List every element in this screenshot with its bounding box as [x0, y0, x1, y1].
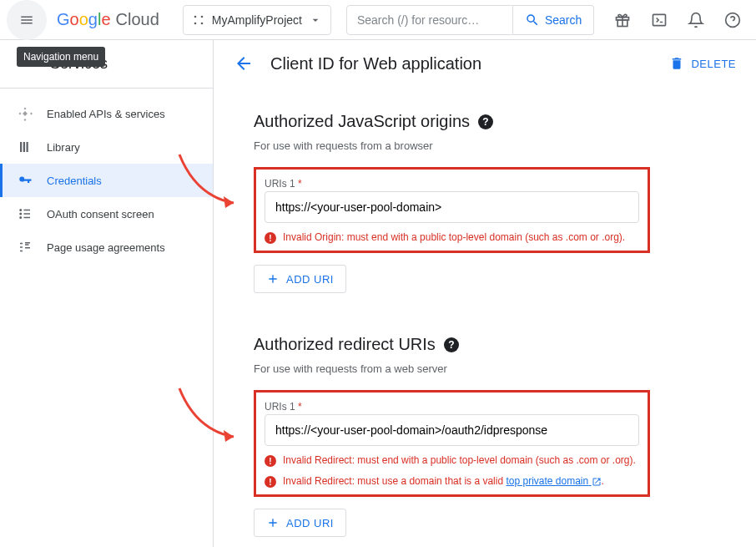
agreements-icon — [17, 239, 33, 256]
section-js-origins: Authorized JavaScript origins ? For use … — [214, 112, 756, 293]
sidebar-item-credentials[interactable]: Credentials — [0, 164, 213, 197]
svg-point-0 — [194, 15, 196, 18]
search-button-label: Search — [545, 13, 582, 27]
sidebar-item-page-usage[interactable]: Page usage agreements — [0, 230, 213, 264]
section-subtitle: For use with requests from a web server — [254, 362, 736, 375]
sidebar-item-library[interactable]: Library — [0, 130, 213, 164]
search-input[interactable] — [346, 5, 513, 35]
project-name: MyAmplifyProject — [212, 13, 302, 27]
svg-point-2 — [194, 22, 196, 24]
external-link-icon — [592, 477, 602, 487]
redirect-callout: URIs 1 * ! Invalid Redirect: must end wi… — [254, 390, 650, 497]
error-row: ! Invalid Origin: must end with a public… — [265, 231, 639, 244]
project-icon — [192, 13, 205, 27]
add-uri-label: ADD URI — [286, 517, 334, 529]
search-icon — [525, 13, 540, 28]
key-icon — [17, 172, 33, 189]
delete-label: DELETE — [691, 58, 736, 70]
sidebar: Services Enabled APIs & services Library… — [0, 40, 214, 547]
tooltip: Navigation menu — [17, 47, 105, 67]
header: Google Cloud MyAmplifyProject Search — [0, 0, 756, 40]
top-private-domain-link[interactable]: top private domain — [506, 475, 601, 487]
page-title: Client ID for Web application — [270, 54, 653, 73]
gift-icon[interactable] — [606, 3, 639, 37]
search-wrap: Search — [346, 5, 594, 35]
back-button[interactable] — [234, 53, 254, 73]
error-icon: ! — [265, 476, 276, 488]
svg-point-1 — [200, 15, 203, 18]
svg-point-13 — [20, 213, 22, 215]
field-label: URIs 1 * — [265, 178, 639, 190]
sidebar-item-label: Enabled APIs & services — [47, 108, 165, 120]
chevron-down-icon — [309, 13, 322, 27]
error-row: ! Invalid Redirect: must end with a publ… — [265, 454, 639, 467]
error-icon: ! — [265, 232, 276, 244]
sidebar-item-oauth-consent[interactable]: OAuth consent screen — [0, 197, 213, 230]
sidebar-item-label: Credentials — [47, 175, 102, 187]
js-origins-callout: URIs 1 * ! Invalid Origin: must end with… — [254, 167, 650, 253]
svg-rect-10 — [23, 142, 25, 152]
section-title-text: Authorized redirect URIs — [254, 335, 436, 354]
field-label: URIs 1 * — [265, 401, 639, 413]
error-icon: ! — [265, 455, 276, 467]
error-text: Invalid Origin: must end with a public t… — [283, 231, 625, 243]
cloud-shell-icon[interactable] — [643, 3, 676, 37]
sidebar-item-label: Page usage agreements — [47, 241, 165, 254]
sidebar-item-label: OAuth consent screen — [47, 208, 154, 220]
help-icon[interactable] — [716, 3, 749, 37]
svg-point-12 — [20, 210, 22, 211]
page-header: Client ID for Web application DELETE — [214, 40, 756, 87]
section-title-text: Authorized JavaScript origins — [254, 112, 470, 131]
main: Client ID for Web application DELETE Aut… — [214, 40, 756, 547]
consent-icon — [17, 205, 33, 222]
section-title: Authorized redirect URIs ? — [254, 335, 736, 354]
search-button[interactable]: Search — [513, 5, 594, 35]
api-icon — [17, 105, 33, 122]
plus-icon — [266, 516, 280, 529]
svg-rect-11 — [27, 142, 28, 152]
trash-icon — [669, 56, 684, 71]
section-title: Authorized JavaScript origins ? — [254, 112, 736, 131]
add-uri-label: ADD URI — [286, 273, 334, 286]
error-text: Invalid Redirect: must use a domain that… — [283, 475, 604, 487]
library-icon — [17, 139, 33, 155]
svg-point-14 — [20, 217, 22, 219]
error-row: ! Invalid Redirect: must use a domain th… — [265, 475, 639, 488]
delete-button[interactable]: DELETE — [669, 56, 736, 71]
arrow-left-icon — [234, 53, 254, 73]
add-uri-button[interactable]: ADD URI — [254, 509, 346, 537]
sidebar-item-enabled-apis[interactable]: Enabled APIs & services — [0, 97, 213, 130]
logo: Google Cloud — [57, 10, 159, 29]
svg-rect-9 — [20, 142, 22, 152]
help-icon[interactable]: ? — [444, 337, 459, 352]
redirect-uri-input[interactable] — [265, 414, 639, 446]
menu-button[interactable] — [7, 0, 47, 40]
js-origin-uri-input[interactable] — [265, 191, 639, 223]
header-icons — [606, 3, 749, 37]
add-uri-button[interactable]: ADD URI — [254, 265, 346, 293]
plus-icon — [266, 272, 280, 286]
bell-icon[interactable] — [679, 3, 713, 37]
error-text: Invalid Redirect: must end with a public… — [283, 454, 636, 466]
help-icon[interactable]: ? — [478, 114, 493, 129]
sidebar-item-label: Library — [47, 141, 80, 154]
project-picker[interactable]: MyAmplifyProject — [183, 5, 331, 35]
section-redirect-uris: Authorized redirect URIs ? For use with … — [214, 335, 756, 537]
hamburger-icon — [19, 13, 34, 28]
section-subtitle: For use with requests from a browser — [254, 139, 736, 152]
svg-point-3 — [200, 22, 203, 24]
